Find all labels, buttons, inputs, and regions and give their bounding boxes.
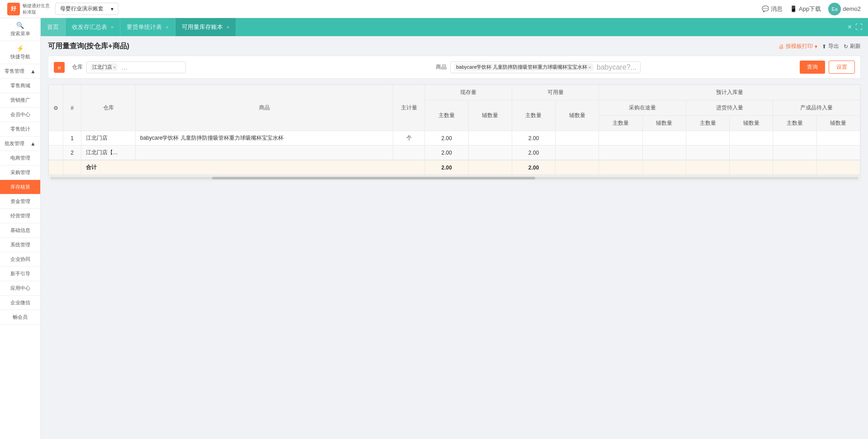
horizontal-scrollbar[interactable] bbox=[48, 175, 860, 180]
export-button[interactable]: ⬆ 导出 bbox=[822, 42, 839, 50]
org-selector[interactable]: 母婴行业演示账套 ▾ bbox=[55, 3, 118, 15]
warehouse-more-btn[interactable]: ... bbox=[121, 63, 127, 71]
page-actions: 🖨 按模板打印 ▾ ⬆ 导出 ↻ 刷新 bbox=[778, 42, 861, 50]
arrow-icon: ▲ bbox=[30, 68, 36, 75]
scrollbar-thumb[interactable] bbox=[212, 177, 535, 179]
sidebar-item-app-center[interactable]: 应用中心 bbox=[0, 281, 40, 296]
logo-text: 畅捷通好生意标准版 bbox=[23, 3, 50, 15]
row2-unit bbox=[393, 146, 425, 160]
row1-product: babycare学饮杯 儿童防摔防撞吸管杯重力球吸嘴杯宝宝水杯 bbox=[136, 131, 393, 146]
sidebar-item-enterprise-wx[interactable]: 企业微信 bbox=[0, 296, 40, 310]
row1-inc-aux bbox=[730, 131, 773, 146]
table-footer-row: 合计 2.00 2.00 bbox=[49, 160, 860, 175]
tab-bar-end: × ⛶ bbox=[842, 18, 868, 36]
tab-bar: 首页 收发存汇总表 × 要货单统计表 × 可用量库存账本 × × ⛶ bbox=[41, 18, 868, 36]
product-tag-remove[interactable]: × bbox=[588, 65, 591, 70]
row2-stock-main: 2.00 bbox=[425, 146, 468, 160]
tab-receipt-summary[interactable]: 收发存汇总表 × bbox=[66, 18, 120, 36]
product-label: 商品 bbox=[436, 63, 447, 71]
footer-fin-aux bbox=[816, 160, 860, 175]
row2-fin-aux bbox=[816, 146, 860, 160]
app-download-button[interactable]: 📱 App下载 bbox=[790, 5, 821, 13]
col-stock-main: 主数量 bbox=[425, 100, 468, 131]
message-icon: 💬 bbox=[762, 5, 769, 12]
row1-pur-aux bbox=[642, 131, 686, 146]
message-button[interactable]: 💬 消息 bbox=[762, 5, 783, 13]
row2-pur-main bbox=[599, 146, 642, 160]
sidebar-item-retail-mall[interactable]: 零售商城 bbox=[0, 79, 40, 93]
col-fin-aux: 辅数量 bbox=[816, 116, 860, 131]
row1-settings bbox=[49, 131, 63, 146]
product-tag-1: babycare学饮杯 儿童防摔防撞吸管杯重力球吸嘴杯宝宝水杯 × bbox=[454, 63, 593, 71]
col-warehouse: 仓库 bbox=[81, 85, 136, 131]
warehouse-input[interactable]: 江北门店 × ... bbox=[86, 61, 186, 73]
footer-label: 合计 bbox=[81, 160, 425, 175]
tab-home[interactable]: 首页 bbox=[41, 18, 66, 36]
sidebar-item-marketing[interactable]: 营销推广 bbox=[0, 93, 40, 108]
query-button[interactable]: 查询 bbox=[800, 61, 825, 74]
sidebar-item-ecommerce[interactable]: 电商管理 bbox=[0, 151, 40, 165]
tab-close-all[interactable]: × bbox=[848, 23, 852, 31]
settings-button[interactable]: 设置 bbox=[829, 61, 855, 74]
col-avail-main: 主数量 bbox=[512, 100, 555, 131]
sidebar-item-purchase[interactable]: 采购管理 bbox=[0, 165, 40, 180]
sidebar-item-member2[interactable]: 畅会员 bbox=[0, 310, 40, 325]
col-inc-aux: 辅数量 bbox=[730, 116, 773, 131]
sidebar-item-finance[interactable]: 资金管理 bbox=[0, 194, 40, 209]
sidebar-item-basic[interactable]: 基础信息 bbox=[0, 223, 40, 238]
row1-unit: 个 bbox=[393, 131, 425, 146]
sidebar-item-member[interactable]: 会员中心 bbox=[0, 108, 40, 122]
row1-avail-aux bbox=[556, 131, 599, 146]
product-more-btn[interactable]: babycare?... bbox=[597, 63, 637, 71]
sidebar-item-quick-nav[interactable]: ⚡ 快捷导航 bbox=[0, 41, 40, 64]
row2-pur-aux bbox=[642, 146, 686, 160]
sidebar-item-retail-stats[interactable]: 零售统计 bbox=[0, 122, 40, 137]
sidebar-item-operation[interactable]: 经营管理 bbox=[0, 209, 40, 223]
sidebar-item-guide[interactable]: 新手引导 bbox=[0, 267, 40, 281]
col-stock-aux: 辅数量 bbox=[468, 100, 512, 131]
col-pur-aux: 辅数量 bbox=[642, 116, 686, 131]
tab-order-stats[interactable]: 要货单统计表 × bbox=[120, 18, 175, 36]
col-available-header: 可用量 bbox=[512, 85, 599, 100]
tab-close-order[interactable]: × bbox=[165, 24, 168, 30]
warehouse-filter-group: 仓库 江北门店 × ... bbox=[72, 61, 429, 73]
avatar: Ea bbox=[828, 3, 841, 15]
print-button[interactable]: 🖨 按模板打印 ▾ bbox=[778, 42, 817, 50]
sidebar-item-system[interactable]: 系统管理 bbox=[0, 238, 40, 252]
row2-stock-aux bbox=[468, 146, 512, 160]
col-settings[interactable]: ⚙ bbox=[49, 85, 63, 131]
col-unit: 主计量 bbox=[393, 85, 425, 131]
top-bar-right: 💬 消息 📱 App下载 Ea demo2 bbox=[762, 3, 861, 15]
tab-expand-icon[interactable]: ⛶ bbox=[855, 23, 863, 31]
page-header: 可用量查询(按仓库+商品) 🖨 按模板打印 ▾ ⬆ 导出 ↻ 刷新 bbox=[48, 42, 861, 51]
row2-product bbox=[136, 146, 393, 160]
footer-inc-main bbox=[686, 160, 729, 175]
warehouse-tag-1: 江北门店 × bbox=[90, 63, 118, 71]
col-no: # bbox=[63, 85, 81, 131]
product-input[interactable]: babycare学饮杯 儿童防摔防撞吸管杯重力球吸嘴杯宝宝水杯 × babyca… bbox=[450, 61, 641, 73]
footer-no bbox=[63, 160, 81, 175]
col-product: 商品 bbox=[136, 85, 393, 131]
export-icon: ⬆ bbox=[822, 43, 826, 50]
col-purchase-transit-header: 采购在途量 bbox=[599, 100, 686, 116]
tab-close-available[interactable]: × bbox=[226, 24, 229, 30]
top-bar: 好 畅捷通好生意标准版 母婴行业演示账套 ▾ 💬 消息 📱 App下载 Ea d… bbox=[0, 0, 868, 18]
footer-fin-main bbox=[773, 160, 816, 175]
filter-expand-button[interactable]: » bbox=[54, 62, 65, 73]
tab-available-stock[interactable]: 可用量库存账本 × bbox=[175, 18, 236, 36]
user-menu[interactable]: Ea demo2 bbox=[828, 3, 861, 15]
sidebar-item-enterprise[interactable]: 企业协同 bbox=[0, 252, 40, 267]
table-row: 1 江北门店 babycare学饮杯 儿童防摔防撞吸管杯重力球吸嘴杯宝宝水杯 个… bbox=[49, 131, 860, 146]
sidebar-item-search[interactable]: 🔍 搜索菜单 bbox=[0, 18, 40, 41]
sidebar-item-retail[interactable]: 零售管理 ▲ bbox=[0, 64, 40, 79]
tab-close-receipt[interactable]: × bbox=[111, 24, 113, 30]
refresh-button[interactable]: ↻ 刷新 bbox=[844, 42, 861, 50]
footer-stock-main: 2.00 bbox=[425, 160, 468, 175]
warehouse-tag-remove[interactable]: × bbox=[113, 65, 116, 70]
chevron-down-icon: ▾ bbox=[111, 6, 113, 12]
col-finished-header: 产成品待入量 bbox=[773, 100, 860, 116]
sidebar-item-wholesale[interactable]: 批发管理 ▲ bbox=[0, 137, 40, 151]
sidebar-item-inventory[interactable]: 库存核算 bbox=[0, 180, 40, 194]
row1-fin-main bbox=[773, 131, 816, 146]
footer-pur-aux bbox=[642, 160, 686, 175]
